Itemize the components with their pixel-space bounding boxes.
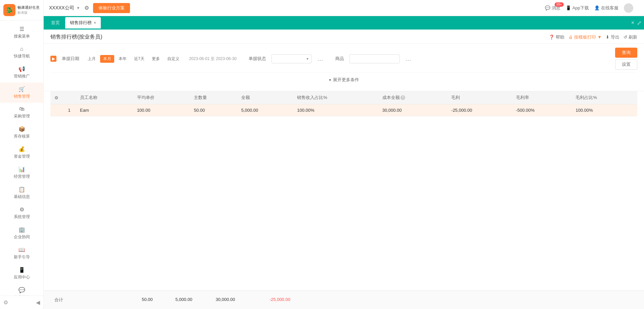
date-this-year[interactable]: 本年 (116, 55, 130, 63)
row-name: Eam (76, 104, 133, 116)
tab-maximize-icon[interactable]: ⤢ (637, 20, 641, 26)
date-custom[interactable]: 自定义 (164, 55, 182, 63)
th-rank (62, 91, 76, 104)
sidebar-item-label: 快捷导航 (14, 53, 30, 59)
sidebar-item-marketing[interactable]: 📢 营销推广 (0, 62, 43, 83)
logo-title: 畅康通好生意 (17, 5, 40, 10)
tab-sales-ranking[interactable]: 销售排行榜 × (65, 17, 101, 29)
print-icon: 🖨 (568, 35, 573, 40)
app-download-button[interactable]: 📱 App下载 (566, 5, 589, 11)
user-avatar[interactable] (624, 3, 633, 13)
row-gross: -25,000.00 (447, 104, 512, 116)
sidebar-item-app[interactable]: 📱 应用中心 (0, 263, 43, 284)
online-service-button[interactable]: 👤 在线客服 (594, 5, 618, 11)
date-this-month[interactable]: 本月 (100, 55, 114, 63)
sidebar-item-purchase[interactable]: 🛍 采购管理 (0, 103, 43, 122)
sidebar-item-search[interactable]: ☰ 搜索菜单 (0, 22, 43, 43)
sidebar: 🐉 畅康通好生意 标准版 ☰ 搜索菜单 ⌂ 快捷导航 📢 营销推广 🛒 销售管理… (0, 0, 44, 309)
sidebar-item-basic[interactable]: 📋 基础信息 (0, 183, 43, 203)
row-rank: 1 (62, 104, 76, 116)
sidebar-item-finance[interactable]: 💰 资金管理 (0, 143, 43, 163)
basic-icon: 📋 (18, 186, 25, 193)
th-amount: 全额 (237, 91, 293, 104)
main-content: XXXXX公司 ▼ ⚙ 体验行业方案 💬 消息 99+ 📱 App下载 👤 在线… (44, 0, 644, 309)
navtabs-actions: × ⤢ (631, 20, 641, 26)
app-icon: 📱 (18, 267, 25, 273)
footer-cost: 30,000.00 (212, 294, 265, 306)
try-industry-button[interactable]: 体验行业方案 (93, 3, 130, 13)
sidebar-settings-button[interactable]: ⚙ (3, 299, 8, 306)
tab-close-icon[interactable]: × (94, 20, 96, 25)
filter-area: ▶ 单据日期 上月 本月 本年 近7天 更多 自定义 2023-06-01 至 … (44, 44, 644, 91)
finance-icon: 💰 (18, 146, 25, 152)
sidebar-item-label: 销售管理 (14, 94, 30, 99)
settings-button[interactable]: 设置 (615, 59, 637, 70)
query-actions: 查询 设置 (615, 48, 637, 70)
goods-input[interactable] (349, 54, 400, 63)
tab-home[interactable]: 首页 (46, 17, 65, 29)
th-sales-ratio: 销售收入占比% (293, 91, 378, 104)
export-label: 导出 (611, 34, 619, 40)
sidebar-item-guide[interactable]: 📖 新手引导 (0, 243, 43, 263)
filter-expand-button[interactable]: ▶ (50, 56, 56, 62)
guide-icon: 📖 (18, 247, 25, 253)
print-label: 按模板打印 (574, 34, 596, 40)
logo-icon: 🐉 (3, 4, 15, 16)
status-select-wrapper (271, 54, 312, 63)
sidebar-item-sales[interactable]: 🛒 销售管理 (0, 83, 43, 103)
th-name: 员工名称 (76, 91, 133, 104)
row-sales-ratio: 100.00% (293, 104, 378, 116)
goods-filter-label: 商品 (335, 56, 344, 62)
sidebar-item-label: 应用中心 (14, 274, 30, 280)
sidebar-item-label: 系统管理 (14, 214, 30, 220)
sidebar-item-inventory[interactable]: 📦 库存核算 (0, 122, 43, 143)
sidebar-item-wechat[interactable]: 💬 企业微信 (0, 284, 43, 296)
message-button[interactable]: 💬 消息 99+ (545, 5, 560, 11)
table-row: 1 Eam 100.00 50.00 5,000.00 100.00% 30,0… (50, 104, 637, 116)
status-select[interactable] (271, 54, 312, 63)
sidebar-item-shortcut[interactable]: ⌂ 快捷导航 (0, 43, 43, 62)
sidebar-item-system[interactable]: ⚙ 系统管理 (0, 203, 43, 223)
company-selector[interactable]: XXXXX公司 ▼ (49, 5, 80, 11)
sales-icon: 🛒 (18, 86, 25, 92)
sidebar-item-operation[interactable]: 📊 经营管理 (0, 163, 43, 183)
status-more-icon[interactable]: … (317, 55, 323, 62)
footer-total-label: 合计 (50, 294, 138, 306)
cost-help-icon[interactable]: ? (400, 95, 405, 100)
footer-gross: -25,000.00 (265, 294, 294, 306)
date-last-month[interactable]: 上月 (85, 55, 99, 63)
sidebar-item-label: 库存核算 (14, 134, 30, 139)
enterprise-icon: 🏢 (18, 226, 25, 233)
page-content: 销售排行榜(按业务员) ❓ 帮助 🖨 按模板打印 ▼ ⬇ 导出 ↺ 刷新 (44, 30, 644, 309)
tab-sales-ranking-label: 销售排行榜 (70, 20, 92, 26)
help-button[interactable]: ❓ 帮助 (549, 34, 564, 40)
logo-area: 🐉 畅康通好生意 标准版 (0, 0, 43, 20)
logo-subtitle: 标准版 (17, 10, 40, 15)
purchase-icon: 🛍 (19, 106, 25, 112)
company-dropdown-icon: ▼ (76, 6, 80, 10)
system-icon: ⚙ (19, 206, 24, 213)
app-download-icon: 📱 (566, 5, 571, 10)
app-download-label: App下载 (572, 5, 589, 11)
query-button[interactable]: 查询 (615, 48, 637, 58)
export-button[interactable]: ⬇ 导出 (606, 34, 619, 40)
date-7days[interactable]: 近7天 (131, 55, 147, 63)
footer-total-row: 合计 50.00 5,000.00 30,000.00 -25,000.00 (50, 294, 637, 306)
topbar-settings-icon[interactable]: ⚙ (84, 5, 89, 11)
goods-more-icon[interactable]: … (405, 55, 411, 62)
row-cost: 30,000.00 (378, 104, 447, 116)
sidebar-item-enterprise[interactable]: 🏢 企业协同 (0, 223, 43, 243)
expand-label: 展开更多条件 (333, 77, 359, 83)
table-footer: 合计 50.00 5,000.00 30,000.00 -25,000.00 (44, 291, 644, 309)
th-settings[interactable]: ⚙ (50, 91, 62, 104)
page-header-actions: ❓ 帮助 🖨 按模板打印 ▼ ⬇ 导出 ↺ 刷新 (549, 34, 637, 40)
sidebar-collapse-button[interactable]: ◀ (36, 299, 40, 306)
date-more[interactable]: 更多 (149, 55, 163, 63)
print-button[interactable]: 🖨 按模板打印 ▼ (568, 34, 602, 40)
topbar: XXXXX公司 ▼ ⚙ 体验行业方案 💬 消息 99+ 📱 App下载 👤 在线… (44, 0, 644, 16)
tab-close-window-icon[interactable]: × (631, 20, 634, 26)
expand-more-conditions-button[interactable]: ▼ 展开更多条件 (329, 75, 359, 85)
tab-home-label: 首页 (51, 20, 60, 26)
help-icon: ❓ (549, 35, 554, 40)
refresh-button[interactable]: ↺ 刷新 (624, 34, 637, 40)
